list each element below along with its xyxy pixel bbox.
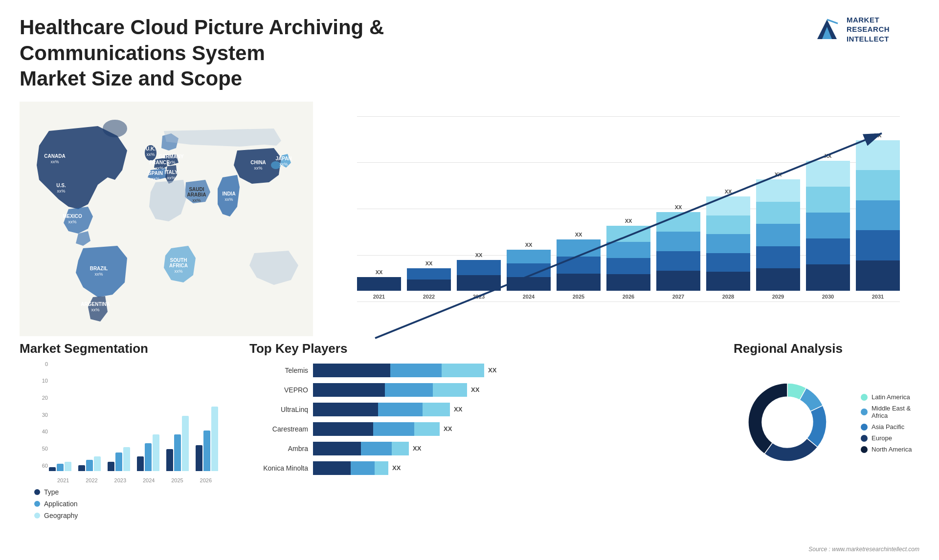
main-bar-segment [806,213,850,238]
player-bar-segment [373,422,414,436]
player-row: CarestreamXX [249,422,709,436]
player-bar-segment [313,403,378,416]
main-bar-segment [806,238,850,264]
logo-icon [812,15,842,44]
svg-point-4 [103,120,127,137]
svg-text:ARABIA: ARABIA [187,192,206,197]
main-bar-stack [606,226,650,291]
svg-text:U.S.: U.S. [56,183,66,188]
player-bar [313,383,467,397]
svg-text:xx%: xx% [91,307,99,312]
main-bar-year-label: 2029 [772,294,784,300]
main-bar-segment [656,232,700,251]
player-bar-segment [390,364,442,377]
main-bar-xx-label: XX [525,242,533,248]
donut-segment [748,383,787,454]
main-bar-segment [407,268,451,280]
regional-legend-label: Middle East & Africa [872,405,919,419]
player-name: UltraLinq [249,406,308,413]
seg-bar [49,467,56,471]
bottom-section: Market Segmentation 60 50 40 30 20 10 0 … [0,341,939,556]
seg-bar-group [196,361,220,471]
seg-bar [123,447,130,471]
main-bar-segment [357,277,401,291]
player-row: AmbraXX [249,442,709,455]
player-bar-segment [442,364,485,377]
seg-bar-group [166,361,191,471]
region-dot [861,394,868,401]
main-bar-segment [606,226,650,242]
main-bar-year-label: 2024 [523,294,535,300]
seg-bars-container [49,361,220,471]
player-xx-label: XX [488,366,496,374]
logo-block: MARKET RESEARCH INTELLECT [782,15,919,44]
player-xx-label: XX [392,464,401,472]
legend-dot [34,489,40,495]
player-bar-segment [392,442,409,455]
main-bar-segment [856,260,900,291]
seg-legend-label: Application [44,500,78,508]
seg-bar-group [78,361,103,471]
seg-y-axis: 60 50 40 30 20 10 0 [34,361,48,469]
seg-bar [86,460,93,471]
main-bar-xx-label: XX [874,132,882,138]
main-bar-xx-label: XX [376,269,383,275]
svg-text:xx%: xx% [192,198,201,203]
region-dot [861,446,868,453]
svg-text:ITALY: ITALY [164,170,178,175]
seg-bar [211,407,218,471]
world-map-section: CANADA xx% U.S. xx% MEXICO xx% BRAZIL xx… [20,102,313,336]
main-bar-group: XX2025 [557,121,601,300]
regional-inner: Latin AmericaMiddle East & AfricaAsia Pa… [734,361,919,481]
seg-bar [196,445,202,471]
seg-legend: TypeApplicationGeography [34,488,225,519]
seg-bar [108,462,114,471]
main-bar-year-label: 2027 [672,294,684,300]
player-bar-container: XX [313,403,709,416]
legend-dot [34,513,40,518]
main-bar-stack [856,140,900,291]
player-bar [313,461,388,475]
seg-x-axis: 2021 2022 2023 2024 2025 2026 [49,477,220,483]
regional-legend: Latin AmericaMiddle East & AfricaAsia Pa… [851,393,919,453]
player-bar-container: XX [313,422,709,436]
main-bar-xx-label: XX [575,232,582,237]
main-bar-segment [806,264,850,290]
player-bar-segment [414,422,440,436]
svg-text:xx%: xx% [224,197,233,202]
page-title: Healthcare Cloud Picture Archiving & Com… [20,15,460,92]
regional-legend-item: Europe [861,434,919,442]
player-bar-segment [433,383,467,397]
seg-bar [145,443,152,471]
player-bar-container: XX [313,364,709,377]
svg-text:xx%: xx% [151,176,159,181]
svg-text:xx%: xx% [167,175,175,180]
main-bar-segment [656,271,700,290]
donut-segment [764,438,818,461]
main-bar-segment [557,239,601,257]
main-bar-year-label: 2028 [722,294,734,300]
svg-text:GERMANY: GERMANY [158,154,183,159]
main-bar-group: XX2026 [606,121,650,300]
svg-text:ARGENTINA: ARGENTINA [81,302,110,307]
bar-chart-section: XX2021XX2022XX2023XX2024XX2025XX2026XX20… [323,102,919,336]
regional-legend-item: North America [861,446,919,453]
svg-text:INDIA: INDIA [222,191,235,196]
seg-legend-item: Application [34,500,225,508]
seg-legend-label: Geography [44,512,78,519]
player-bar-container: XX [313,461,709,475]
seg-bar [65,462,71,471]
region-dot [861,424,868,431]
main-bar-stack [507,250,551,291]
main-bar-segment [756,179,800,202]
world-map-svg: CANADA xx% U.S. xx% MEXICO xx% BRAZIL xx… [20,102,313,336]
main-bar-xx-label: XX [775,172,782,177]
regional-legend-item: Middle East & Africa [861,405,919,419]
main-bar-group: XX2031 [856,121,900,300]
main-bar-segment [756,202,800,224]
main-bar-segment [557,257,601,274]
player-bar-segment [313,383,385,397]
player-name: Telemis [249,366,308,374]
donut-chart [734,368,841,476]
svg-text:xx%: xx% [94,272,103,277]
